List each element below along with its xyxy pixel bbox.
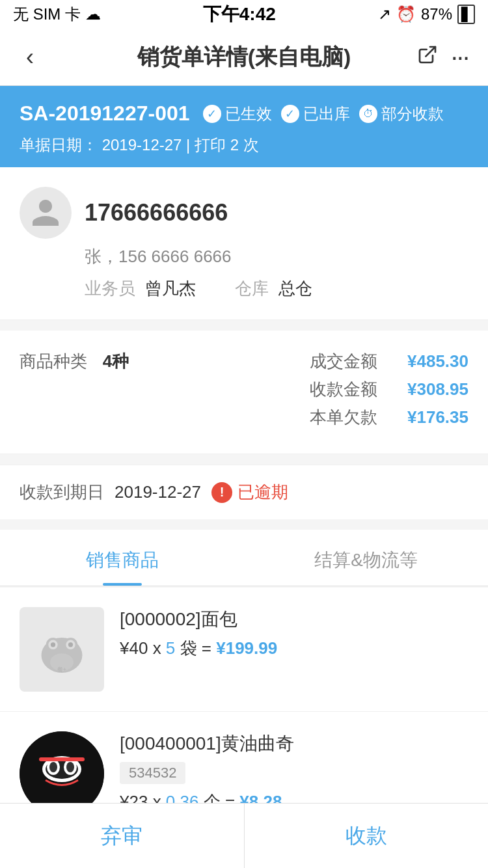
collected-value: ¥308.95 [390,379,468,400]
deal-amount-row: 成交金额 ¥485.30 [310,350,468,373]
svg-text:餐+: 餐+ [57,666,66,673]
order-number: SA-20191227-001 [20,102,190,126]
product-types-col: 商品种类 4种 [20,350,129,373]
total-bread: ¥199.99 [216,638,277,658]
customer-section: 17666666666 张，156 6666 6666 业务员 曾凡杰 仓库 总… [0,167,488,320]
battery-text: 87% [421,5,452,23]
product-name-bread: [0000002]面包 [120,607,468,632]
quantity-bread: 5 [166,638,175,658]
order-date: 单据日期： 2019-12-27 | 打印 2 次 [20,135,468,156]
price-base-bread: ¥40 [120,638,148,658]
financial-row: 商品种类 4种 成交金额 ¥485.30 收款金额 ¥308.95 本单欠款 ¥… [20,350,468,434]
back-button[interactable]: ‹ [20,37,40,77]
tab-sales-products[interactable]: 销售商品 [0,530,244,586]
nav-actions: ··· [417,42,468,72]
customer-name: 张，156 6666 6666 [85,245,468,268]
svg-point-6 [51,642,55,647]
customer-id-text: 17666666666 [85,199,228,226]
status-bar: 无 SIM 卡 ☁ 下午4:42 ↗ ⏰ 87% ▋ [0,0,488,29]
tab-sales-label: 销售商品 [86,550,159,570]
due-date-value: 2019-12-27 [115,482,201,502]
due-label: 收款到期日 [20,481,104,504]
product-batch-cookies: 534532 [120,762,185,784]
product-thumb-bread: 餐+ [20,607,104,692]
product-name-cookies: [000400001]黄油曲奇 [120,731,468,756]
customer-id-row: 17666666666 [20,187,468,239]
sales-person-label: 业务员 [85,278,135,298]
location-icon: ↗ [378,5,391,23]
page-title: 销货单详情(来自电脑) [137,42,351,72]
check-icon-effective: ✓ [203,105,221,123]
product-price-bread: ¥40 x 5 袋 = ¥199.99 [120,637,468,660]
product-list: 餐+ [0000002]面包 ¥40 x 5 袋 = ¥199.99 [0,588,488,836]
collected-label: 收款金额 [310,378,377,401]
tabs-section: 销售商品 结算&物流等 [0,530,488,586]
svg-rect-17 [39,757,85,761]
deal-amount-value: ¥485.30 [390,351,468,372]
warehouse-value: 总仓 [278,278,312,298]
date-label: 单据日期： [20,136,98,154]
overdue-icon: ! [211,482,232,503]
share-button[interactable] [417,44,438,70]
status-effective-label: 已生效 [225,103,272,124]
status-badge-effective: ✓ 已生效 [203,103,272,124]
order-header: SA-20191227-001 ✓ 已生效 ✓ 已出库 ⏱ 部分收款 单据日期：… [0,86,488,167]
product-info-bread: [0000002]面包 ¥40 x 5 袋 = ¥199.99 [120,607,468,660]
status-time: 下午4:42 [203,2,276,27]
collected-row: 收款金额 ¥308.95 [310,378,468,401]
nav-bar: ‹ 销货单详情(来自电脑) ··· [0,29,488,86]
warehouse-label: 仓库 [235,278,269,298]
more-button[interactable]: ··· [451,42,468,72]
cancel-review-button[interactable]: 弃审 [0,804,245,868]
tabs-row: 销售商品 结算&物流等 [0,530,488,586]
svg-point-15 [49,762,57,772]
overdue-badge: ! 已逾期 [211,481,288,504]
owed-value: ¥176.35 [390,407,468,427]
battery-icon: ▋ [457,5,475,24]
signal-text: 无 SIM 卡 ☁ [13,4,101,25]
status-left: 无 SIM 卡 ☁ [13,4,101,25]
print-info: | 打印 2 次 [186,136,259,154]
product-count-value: 4种 [103,351,129,371]
check-icon-shipped: ✓ [281,105,299,123]
tab-settlement[interactable]: 结算&物流等 [244,530,488,586]
status-right: ↗ ⏰ 87% ▋ [378,5,475,24]
status-badge-shipped: ✓ 已出库 [281,103,350,124]
svg-line-0 [426,47,435,57]
customer-meta: 业务员 曾凡杰 仓库 总仓 [85,277,468,300]
deal-amount-label: 成交金额 [310,350,377,373]
bottom-toolbar: 弃审 收款 [0,803,488,868]
amounts-col: 成交金额 ¥485.30 收款金额 ¥308.95 本单欠款 ¥176.35 [310,350,468,434]
sales-person-value: 曾凡杰 [145,278,196,298]
status-badge-partial: ⏱ 部分收款 [359,103,444,124]
owl-icon: 餐+ [33,620,91,679]
owed-row: 本单欠款 ¥176.35 [310,406,468,429]
product-item: 餐+ [0000002]面包 ¥40 x 5 袋 = ¥199.99 [0,588,488,712]
owed-label: 本单欠款 [310,406,377,429]
overdue-text: 已逾期 [237,481,288,504]
customer-avatar [20,187,72,239]
order-date-value: 2019-12-27 [102,136,182,154]
alarm-icon: ⏰ [396,5,416,23]
product-types-label: 商品种类 [20,351,87,371]
warehouse-item: 仓库 总仓 [235,277,312,300]
status-shipped-label: 已出库 [303,103,350,124]
tab-settlement-label: 结算&物流等 [314,550,418,570]
status-partial-label: 部分收款 [381,103,444,124]
status-badges: ✓ 已生效 ✓ 已出库 ⏱ 部分收款 [203,103,444,124]
unit-bread: 袋 [180,638,197,658]
clock-icon-partial: ⏱ [359,105,377,123]
due-section: 收款到期日 2019-12-27 ! 已逾期 [0,465,488,519]
sales-person-item: 业务员 曾凡杰 [85,277,196,300]
product-info-cookies: [000400001]黄油曲奇 534532 ¥23 x 0.36 个 = ¥8… [120,731,468,813]
svg-point-16 [66,762,74,772]
financial-section: 商品种类 4种 成交金额 ¥485.30 收款金额 ¥308.95 本单欠款 ¥… [0,331,488,454]
collect-payment-button[interactable]: 收款 [245,804,489,868]
avatar-icon [29,197,62,229]
svg-point-7 [68,642,73,647]
